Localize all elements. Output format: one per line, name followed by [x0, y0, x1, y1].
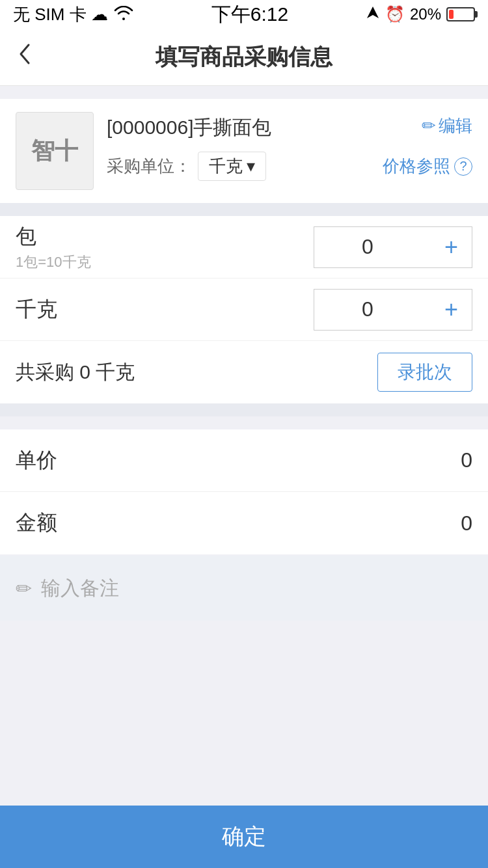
batch-button[interactable]: 录批次 — [377, 353, 472, 392]
product-image: 智十 — [16, 112, 94, 190]
kg-label-main: 千克 — [16, 295, 94, 324]
summary-row: 共采购 0 千克 录批次 — [0, 341, 488, 403]
kg-qty-input[interactable] — [314, 289, 431, 331]
bottom-area: 确定 — [0, 806, 488, 868]
bag-label: 包 1包=10千克 — [16, 223, 94, 272]
price-section: 单价 0 金额 0 — [0, 429, 488, 554]
price-ref-label: 价格参照 — [383, 155, 450, 178]
summary-text: 共采购 0 千克 — [16, 359, 135, 386]
status-right: ⏰ 20% — [366, 5, 475, 23]
amount-value: 0 — [461, 511, 472, 536]
kg-qty-wrapper: + — [314, 289, 472, 331]
product-name: [0000006]手撕面包 — [107, 115, 271, 141]
input-section: 包 1包=10千克 + 千克 + — [0, 216, 488, 341]
unit-price-label: 单价 — [16, 446, 57, 475]
unit-value: 千克 — [209, 155, 243, 178]
bag-label-main: 包 — [16, 223, 94, 251]
amount-row: 金额 0 — [0, 492, 488, 554]
remark-placeholder: 输入备注 — [41, 575, 119, 602]
battery-percent: 20% — [410, 5, 441, 23]
bag-input-row: 包 1包=10千克 + — [0, 216, 488, 278]
product-info: [0000006]手撕面包 ✏ 编辑 采购单位： 千克 ▾ 价格参照 ? — [107, 112, 472, 181]
product-top-row: [0000006]手撕面包 ✏ 编辑 — [107, 115, 472, 141]
status-bar: 无 SIM 卡 ☁ 下午6:12 ⏰ 20% — [0, 0, 488, 29]
kg-plus-button[interactable]: + — [431, 289, 472, 331]
price-ref-button[interactable]: 价格参照 ? — [383, 155, 472, 178]
no-sim-text: 无 SIM 卡 ☁ — [13, 3, 108, 26]
chevron-down-icon: ▾ — [247, 156, 255, 176]
bag-label-sub: 1包=10千克 — [16, 252, 94, 272]
bag-qty-wrapper: + — [314, 226, 472, 268]
help-icon: ? — [454, 157, 472, 176]
product-bottom-row: 采购单位： 千克 ▾ 价格参照 ? — [107, 152, 472, 181]
wifi-icon — [113, 5, 134, 25]
back-button[interactable] — [16, 40, 34, 74]
product-card: 智十 [0000006]手撕面包 ✏ 编辑 采购单位： 千克 ▾ 价格参照 ? — [0, 99, 488, 203]
location-icon — [366, 5, 380, 23]
alarm-icon: ⏰ — [385, 5, 405, 23]
confirm-button[interactable]: 确定 — [0, 806, 488, 868]
pencil-icon: ✏ — [16, 577, 32, 600]
bag-qty-input[interactable] — [314, 226, 431, 268]
section-divider-1 — [0, 203, 488, 216]
unit-price-value: 0 — [461, 448, 472, 472]
unit-selector[interactable]: 千克 ▾ — [198, 152, 266, 181]
battery-icon — [446, 7, 475, 21]
status-time: 下午6:12 — [211, 1, 288, 28]
nav-bar: 填写商品采购信息 — [0, 29, 488, 86]
edit-button[interactable]: ✏ 编辑 — [422, 115, 472, 137]
main-spacer — [0, 621, 488, 777]
section-divider-2 — [0, 403, 488, 416]
edit-label: 编辑 — [439, 115, 472, 137]
unit-row: 采购单位： 千克 ▾ — [107, 152, 266, 181]
status-left: 无 SIM 卡 ☁ — [13, 3, 134, 26]
edit-icon: ✏ — [422, 116, 436, 136]
kg-label: 千克 — [16, 295, 94, 324]
bag-plus-button[interactable]: + — [431, 226, 472, 268]
unit-label: 采购单位： — [107, 155, 191, 178]
amount-label: 金额 — [16, 509, 57, 537]
product-logo: 智十 — [31, 135, 78, 167]
kg-input-row: 千克 + — [0, 278, 488, 341]
page-title: 填写商品采购信息 — [156, 42, 332, 72]
remark-section[interactable]: ✏ 输入备注 — [0, 556, 488, 621]
unit-price-row: 单价 0 — [0, 429, 488, 492]
